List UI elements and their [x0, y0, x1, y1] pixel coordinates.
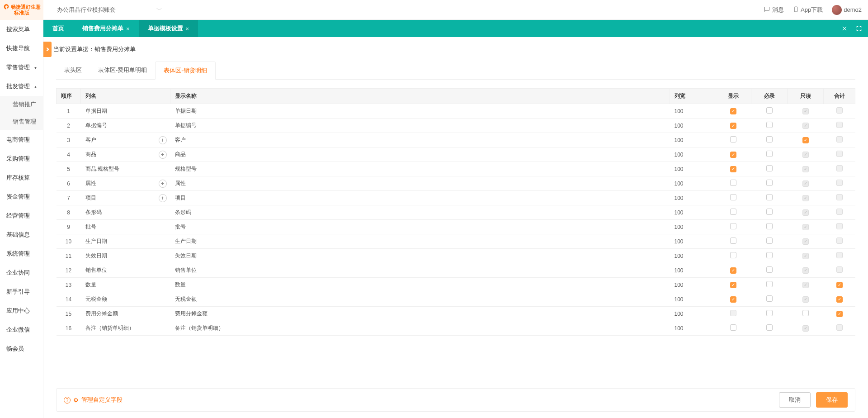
save-button[interactable]: 保存 — [816, 392, 848, 408]
checkbox[interactable] — [766, 209, 773, 215]
checkbox[interactable] — [730, 180, 736, 186]
cell-dispname[interactable]: 规格型号 — [170, 162, 670, 176]
checkbox[interactable] — [730, 136, 736, 142]
cell-width[interactable]: 100 — [670, 162, 715, 176]
cell-width[interactable]: 100 — [670, 104, 715, 119]
tab[interactable]: 首页 — [43, 20, 73, 37]
sidebar-item[interactable]: 经营管理 — [0, 206, 43, 225]
cell-width[interactable]: 100 — [670, 278, 715, 292]
fullscreen-icon[interactable] — [854, 23, 864, 34]
checkbox[interactable] — [766, 122, 773, 128]
checkbox[interactable] — [766, 194, 773, 200]
cell-dispname[interactable]: 客户 — [170, 133, 670, 147]
cell-dispname[interactable]: 商品 — [170, 147, 670, 162]
checkbox[interactable] — [730, 223, 736, 229]
cell-dispname[interactable]: 单据编号 — [170, 119, 670, 133]
cell-dispname[interactable]: 费用分摊金额 — [170, 307, 670, 321]
cell-dispname[interactable]: 无税金额 — [170, 292, 670, 307]
checkbox[interactable] — [766, 223, 773, 229]
checkbox[interactable] — [766, 324, 773, 331]
sidebar-item[interactable]: 基础信息 — [0, 225, 43, 244]
tab[interactable]: 销售费用分摊单× — [73, 20, 139, 37]
checkbox[interactable]: ✓ — [730, 267, 736, 274]
checkbox[interactable]: ✓ — [730, 108, 736, 114]
cell-width[interactable]: 100 — [670, 133, 715, 147]
cell-dispname[interactable]: 销售单位 — [170, 263, 670, 278]
sidebar-item[interactable]: 快捷导航 — [0, 39, 43, 58]
cell-dispname[interactable]: 项目 — [170, 191, 670, 205]
app-download-link[interactable]: App下载 — [793, 6, 823, 14]
expand-icon[interactable]: + — [159, 180, 167, 188]
checkbox[interactable] — [730, 324, 736, 331]
cell-dispname[interactable]: 单据日期 — [170, 104, 670, 119]
checkbox[interactable]: ✓ — [730, 123, 736, 129]
checkbox[interactable]: ✓ — [730, 166, 736, 172]
context-toggle-handle[interactable] — [43, 42, 52, 57]
checkbox[interactable] — [766, 136, 773, 142]
cell-dispname[interactable]: 批号 — [170, 220, 670, 234]
checkbox[interactable] — [766, 310, 773, 316]
checkbox[interactable] — [766, 238, 773, 244]
sidebar-item[interactable]: 应用中心 — [0, 301, 43, 320]
checkbox[interactable] — [766, 266, 773, 273]
sidebar-item[interactable]: 企业协同 — [0, 263, 43, 282]
cell-width[interactable]: 100 — [670, 307, 715, 321]
checkbox[interactable] — [766, 151, 773, 157]
expand-icon[interactable]: + — [159, 151, 167, 159]
sidebar-item[interactable]: 畅会员 — [0, 339, 43, 358]
cell-width[interactable]: 100 — [670, 249, 715, 263]
cancel-button[interactable]: 取消 — [779, 392, 811, 408]
tab[interactable]: 单据模板设置× — [139, 20, 198, 37]
sidebar-item[interactable]: 系统管理 — [0, 244, 43, 263]
cell-width[interactable]: 100 — [670, 205, 715, 220]
checkbox[interactable] — [766, 180, 773, 186]
sidebar-item[interactable]: 批发管理▴ — [0, 77, 43, 96]
checkbox[interactable] — [766, 281, 773, 287]
checkbox[interactable] — [766, 107, 773, 114]
cell-width[interactable]: 100 — [670, 191, 715, 205]
cell-dispname[interactable]: 数量 — [170, 278, 670, 292]
checkbox[interactable] — [730, 238, 736, 244]
cell-width[interactable]: 100 — [670, 321, 715, 336]
sidebar-item[interactable]: 采购管理 — [0, 149, 43, 168]
inner-tab[interactable]: 表头区 — [56, 62, 90, 79]
cell-dispname[interactable]: 条形码 — [170, 205, 670, 220]
expand-icon[interactable]: + — [159, 194, 167, 202]
tab-close-icon[interactable]: × — [186, 25, 189, 32]
manage-custom-fields-link[interactable]: 管理自定义字段 — [81, 396, 123, 404]
checkbox[interactable]: ✓ — [836, 282, 843, 288]
checkbox[interactable]: ✓ — [836, 296, 843, 303]
user-menu[interactable]: demo2 — [832, 5, 862, 15]
checkbox[interactable]: ✓ — [836, 311, 843, 317]
cell-dispname[interactable]: 生产日期 — [170, 234, 670, 249]
cell-width[interactable]: 100 — [670, 147, 715, 162]
cell-width[interactable]: 100 — [670, 263, 715, 278]
cell-dispname[interactable]: 备注（销货单明细） — [170, 321, 670, 336]
checkbox[interactable] — [766, 165, 773, 171]
cell-width[interactable]: 100 — [670, 234, 715, 249]
inner-tab[interactable]: 表体区-费用单明细 — [90, 62, 155, 79]
checkbox[interactable]: ✓ — [730, 282, 736, 288]
sidebar-item[interactable]: 资金管理 — [0, 187, 43, 206]
cell-dispname[interactable]: 属性 — [170, 176, 670, 191]
tab-close-icon[interactable]: × — [126, 25, 130, 32]
sidebar-sub-item[interactable]: 销售管理 — [0, 113, 43, 130]
checkbox[interactable] — [730, 252, 736, 258]
sidebar-sub-item[interactable]: 营销推广 — [0, 96, 43, 113]
cell-dispname[interactable]: 失效日期 — [170, 249, 670, 263]
close-all-icon[interactable] — [839, 23, 850, 34]
checkbox[interactable] — [730, 209, 736, 215]
checkbox[interactable] — [802, 310, 809, 316]
checkbox[interactable] — [766, 295, 773, 302]
sidebar-item[interactable]: 零售管理▾ — [0, 58, 43, 77]
sidebar-item[interactable]: 新手引导 — [0, 282, 43, 301]
messages-link[interactable]: 消息 — [764, 6, 784, 14]
checkbox[interactable]: ✓ — [730, 296, 736, 303]
cell-width[interactable]: 100 — [670, 292, 715, 307]
checkbox[interactable]: ✓ — [802, 137, 809, 143]
cell-width[interactable]: 100 — [670, 119, 715, 133]
cell-width[interactable]: 100 — [670, 176, 715, 191]
checkbox[interactable]: ✓ — [730, 152, 736, 158]
sidebar-item[interactable]: 搜索菜单 — [0, 20, 43, 39]
checkbox[interactable] — [766, 252, 773, 258]
